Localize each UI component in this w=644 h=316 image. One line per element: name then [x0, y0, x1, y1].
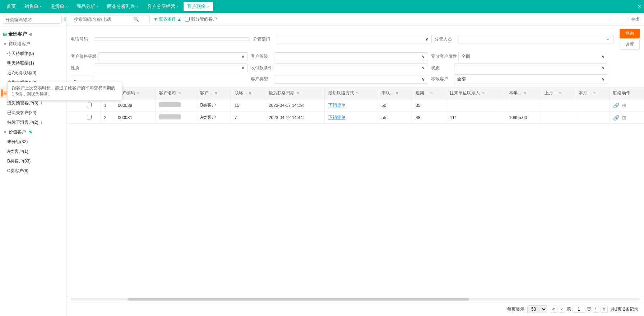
- col-uncontacted[interactable]: 未联... ⇅: [377, 87, 412, 99]
- row2-contact-icon[interactable]: 🔗: [613, 115, 619, 121]
- sidebar-ungrouped[interactable]: 未分组(32): [0, 137, 66, 147]
- nav-customer-tier-close[interactable]: ×: [176, 4, 179, 9]
- per-page-select[interactable]: 50 100 200: [527, 305, 547, 313]
- nav-sales-close[interactable]: ×: [40, 4, 42, 9]
- prev-page-button[interactable]: ‹: [559, 306, 565, 313]
- nav-purchase-close[interactable]: ×: [65, 4, 68, 9]
- customer-type-select[interactable]: ∨: [274, 75, 428, 84]
- row2-name: [155, 112, 196, 124]
- horizontal-scrollbar[interactable]: [66, 296, 644, 302]
- row2-check[interactable]: [87, 115, 92, 119]
- row1-unit-contact: [446, 99, 505, 112]
- settings-button[interactable]: 设置: [620, 40, 640, 49]
- col-name[interactable]: 客户名称 ⇅: [155, 87, 196, 99]
- status-select[interactable]: ∨: [454, 63, 608, 72]
- col-this-year-sort-icon[interactable]: ⇅: [523, 91, 526, 95]
- col-grade[interactable]: 客户... ⇅: [196, 87, 231, 99]
- nav-customer-tier[interactable]: 客户分层经营 ×: [144, 2, 182, 11]
- row1-check[interactable]: [87, 103, 92, 107]
- value-customer-edit-icon[interactable]: ✎: [29, 130, 32, 135]
- next-page-button[interactable]: ›: [593, 306, 599, 313]
- payment-select[interactable]: ∨: [274, 63, 428, 72]
- pagination: 每页显示 50 100 200 « ‹ 第 页 › » 共1页 2条记录: [66, 302, 644, 316]
- sidebar-all-customers[interactable]: ⊞ 全部客户 ◀: [0, 29, 66, 39]
- nav-analysis-list-close[interactable]: ×: [136, 4, 138, 9]
- export-label: 导出: [631, 16, 640, 22]
- first-page-button[interactable]: «: [550, 306, 557, 313]
- nav-analysis[interactable]: 商品分析 ×: [73, 2, 102, 11]
- export-button[interactable]: ↑ 导出: [628, 16, 640, 22]
- col-contact[interactable]: 联络... ⇅: [231, 87, 265, 99]
- row2-this-year: 10995.00: [505, 112, 541, 124]
- scatter-attr-select[interactable]: 全部 ∨: [458, 52, 608, 61]
- col-overdue[interactable]: 逾期... ⇅: [412, 87, 446, 99]
- scrollbar-thumb[interactable]: [128, 298, 469, 301]
- col-last-method-sort-icon[interactable]: ⇅: [356, 91, 359, 95]
- scatter-customer-select[interactable]: 全部 ∨: [454, 74, 608, 84]
- table-header-row: ⚙ 客户编码 ⇅ 客户名称 ⇅ 客户... ⇅: [66, 87, 644, 99]
- col-this-year[interactable]: 本年... ⇅: [505, 87, 541, 99]
- search-icon[interactable]: 🔍: [133, 16, 139, 22]
- dept-select[interactable]: ∨: [276, 35, 432, 43]
- row2-last-method[interactable]: 下销货单: [324, 112, 377, 124]
- sidebar-b-class[interactable]: B类客户(33): [0, 156, 66, 166]
- nav-sales[interactable]: 销售单 ×: [21, 2, 45, 11]
- col-unit-contact[interactable]: 往来单位联系人 ⇅: [446, 87, 505, 99]
- sidebar-already-lost[interactable]: 已流失客户(24): [0, 108, 66, 118]
- more-conditions-button[interactable]: ▼ 更多条件 ▲: [153, 16, 181, 22]
- sidebar-week-pending[interactable]: 近7天待联络(0): [0, 68, 66, 78]
- nav-home[interactable]: 首页: [3, 2, 19, 11]
- col-unit-contact-sort-icon[interactable]: ⇅: [482, 91, 485, 95]
- sidebar-c-class[interactable]: C类客户(6): [0, 166, 66, 176]
- row2-last-method-link[interactable]: 下销货单: [328, 115, 346, 120]
- sidebar-pending-section[interactable]: ▼ 待联络客户: [0, 39, 66, 49]
- col-overdue-sort-icon[interactable]: ⇅: [430, 91, 433, 95]
- sidebar-search-input[interactable]: [3, 16, 62, 24]
- my-customers-checkbox[interactable]: [185, 17, 190, 22]
- sidebar-tomorrow-pending[interactable]: 明天待联络(1): [0, 58, 66, 68]
- query-button[interactable]: 查询: [620, 29, 640, 38]
- dept-chevron-icon: ∨: [425, 37, 428, 42]
- col-contact-sort-icon[interactable]: ⇅: [249, 91, 251, 95]
- row1-grade: B类客户: [196, 99, 231, 112]
- row1-contact-icon[interactable]: 🔗: [613, 103, 619, 108]
- col-this-month-sort-icon[interactable]: ⇅: [593, 91, 596, 95]
- col-uncontacted-sort-icon[interactable]: ⇅: [395, 91, 398, 95]
- col-last-month[interactable]: 上月... ⇅: [541, 87, 575, 99]
- last-page-button[interactable]: »: [601, 306, 608, 313]
- col-last-date-sort-icon[interactable]: ⇅: [296, 91, 299, 95]
- nav-purchase[interactable]: 进货单 ×: [47, 2, 71, 11]
- main-layout: 🔍 ⊞ 全部客户 ◀ ▼ 待联络客户 今天待联络(0) 明天待联络(1) 近7天…: [0, 13, 644, 316]
- filter-cell-person: 分管人员 ···: [435, 35, 614, 43]
- close-all-button[interactable]: ×: [638, 3, 641, 10]
- row1-more-icon[interactable]: ⊞: [622, 103, 626, 108]
- nav-analysis-close[interactable]: ×: [96, 4, 98, 9]
- search-input[interactable]: [74, 17, 131, 22]
- col-last-date[interactable]: 最后联络日期 ⇅: [265, 87, 324, 99]
- nav-customer-contact-close[interactable]: ×: [207, 4, 209, 9]
- row2-unit-contact: 111: [446, 112, 505, 124]
- row1-last-method[interactable]: 下销货单: [324, 99, 377, 112]
- col-code-sort-icon[interactable]: ⇅: [137, 91, 140, 95]
- col-last-month-sort-icon[interactable]: ⇅: [559, 91, 562, 95]
- page-input[interactable]: [573, 306, 585, 313]
- sidebar-continuous-down[interactable]: 持续下滑客户(2) ℹ: [0, 118, 66, 127]
- nature-select[interactable]: ∨: [94, 63, 248, 72]
- person-input[interactable]: ···: [458, 35, 614, 43]
- col-name-sort-icon[interactable]: ⇅: [178, 91, 181, 95]
- col-last-method[interactable]: 最后联络方式 ⇅: [324, 87, 377, 99]
- nav-customer-contact[interactable]: 客户联络 ×: [184, 2, 213, 11]
- export-icon: ↑: [628, 17, 630, 22]
- sidebar-today-pending[interactable]: 今天待联络(0): [0, 49, 66, 58]
- nav-analysis-list[interactable]: 商品分析列表 ×: [103, 2, 142, 11]
- customer-grade-select[interactable]: ∨: [274, 52, 428, 61]
- col-grade-sort-icon[interactable]: ⇅: [214, 91, 217, 95]
- person-dots[interactable]: ···: [607, 37, 611, 42]
- row1-last-method-link[interactable]: 下销货单: [328, 103, 346, 108]
- row2-more-icon[interactable]: ⊞: [622, 115, 626, 121]
- phone-input[interactable]: [94, 37, 250, 41]
- col-this-month[interactable]: 本月... ⇅: [575, 87, 609, 99]
- sidebar-a-class[interactable]: A类客户(1): [0, 147, 66, 156]
- sidebar-search-icon[interactable]: 🔍: [63, 17, 66, 23]
- price-grade-select[interactable]: ∨: [98, 52, 248, 61]
